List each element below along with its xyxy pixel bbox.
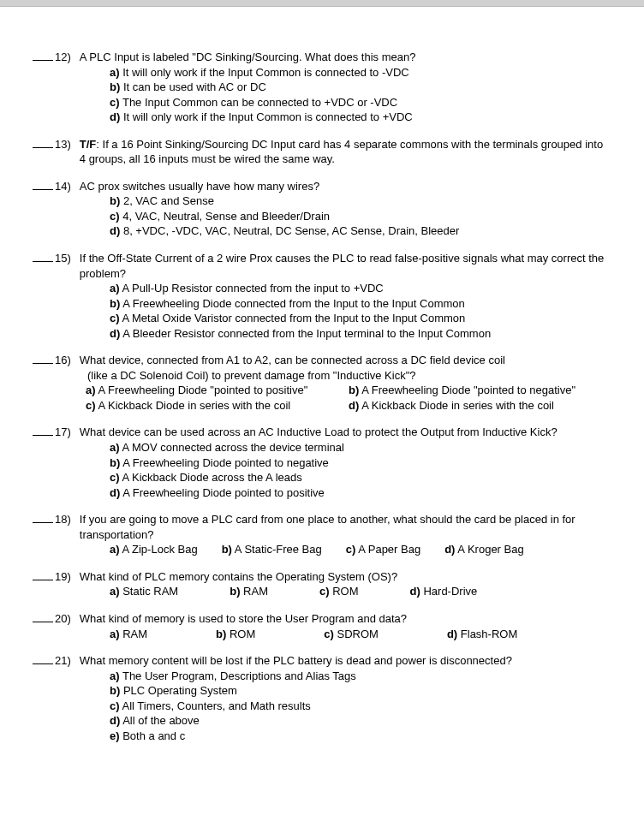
question-text-cont: (like a DC Solenoid Coil) to prevent dam… (33, 368, 611, 384)
option-c: c) A Paper Bag (346, 542, 420, 557)
question-stem: 16) What device, connected from A1 to A2… (33, 353, 611, 368)
question-text: If you are going to move a PLC card from… (80, 512, 611, 542)
question-text: AC prox switches usually have how many w… (80, 179, 611, 194)
option-d: d) 8, +VDC, -VDC, VAC, Neutral, DC Sense… (110, 223, 611, 239)
question-15: 15) If the Off-State Current of a 2 wire… (33, 251, 611, 341)
options: a) Static RAM b) RAM c) ROM d) Hard-Driv… (33, 584, 611, 599)
option-b: b) A Freewheeling Diode pointed to negat… (110, 455, 611, 471)
question-stem: 18) If you are going to move a PLC card … (33, 512, 611, 542)
answer-blank[interactable] (33, 363, 53, 364)
question-number: 18) (55, 512, 71, 527)
question-text: If the Off-State Current of a 2 wire Pro… (80, 251, 611, 281)
question-text: A PLC Input is labeled "DC Sinking/Sourc… (80, 50, 611, 65)
question-stem: 12) A PLC Input is labeled "DC Sinking/S… (33, 50, 611, 65)
question-13: 13) T/F: If a 16 Point Sinking/Sourcing … (33, 137, 611, 167)
question-stem: 21) What memory content will be lost if … (33, 653, 611, 669)
question-18: 18) If you are going to move a PLC card … (33, 512, 611, 557)
options: a) RAM b) ROM c) SDROM d) Flash-ROM (33, 627, 611, 642)
option-c: c) All Timers, Counters, and Math result… (110, 699, 611, 714)
question-number: 20) (55, 611, 71, 627)
answer-blank[interactable] (33, 60, 53, 61)
question-text: What device, connected from A1 to A2, ca… (80, 353, 611, 368)
option-c: c) A Metal Oxide Varistor connected from… (110, 311, 611, 326)
question-stem: 17) What device can be used across an AC… (33, 425, 611, 440)
option-c: c) A Kickback Diode across the A leads (110, 470, 611, 485)
option-b: b) RAM (230, 584, 268, 599)
question-17: 17) What device can be used across an AC… (33, 425, 611, 500)
answer-blank[interactable] (33, 189, 53, 190)
options: b) 2, VAC and Sense c) 4, VAC, Neutral, … (33, 193, 611, 239)
question-stem: 13) T/F: If a 16 Point Sinking/Sourcing … (33, 137, 611, 167)
question-number: 13) (55, 137, 71, 152)
option-b: b) A Freewheeling Diode "pointed to nega… (349, 383, 611, 398)
option-c: c) The Input Common can be connected to … (110, 95, 611, 110)
option-d: d) It will only work if the Input Common… (110, 110, 611, 125)
document-page: 12) A PLC Input is labeled "DC Sinking/S… (0, 7, 644, 789)
question-number: 19) (55, 569, 71, 585)
answer-blank[interactable] (33, 522, 53, 523)
options: a) A Pull-Up Resistor connected from the… (33, 281, 611, 341)
option-a: a) RAM (110, 627, 147, 642)
question-19: 19) What kind of PLC memory contains the… (33, 569, 611, 599)
options: a) A Freewheeling Diode "pointed to posi… (33, 383, 611, 413)
option-c: c) SDROM (324, 627, 379, 642)
option-d: d) Flash-ROM (447, 627, 517, 642)
question-stem: 20) What kind of memory is used to store… (33, 611, 611, 627)
option-a: a) It will only work if the Input Common… (110, 65, 611, 80)
options: a) The User Program, Descriptions and Al… (33, 669, 611, 744)
option-e: e) Both a and c (110, 729, 611, 744)
question-14: 14) AC prox switches usually have how ma… (33, 179, 611, 239)
question-text: What kind of memory is used to store the… (80, 611, 611, 627)
question-text: What memory content will be lost if the … (80, 653, 611, 669)
option-a: a) A Pull-Up Resistor connected from the… (110, 281, 611, 296)
question-stem: 15) If the Off-State Current of a 2 wire… (33, 251, 611, 281)
answer-blank[interactable] (33, 622, 53, 622)
option-d: d) A Freewheeling Diode pointed to posit… (110, 485, 611, 501)
option-b: b) ROM (216, 627, 255, 642)
question-text: What kind of PLC memory contains the Ope… (80, 569, 611, 585)
option-a: a) The User Program, Descriptions and Al… (110, 669, 611, 684)
options: a) A MOV connected across the device ter… (33, 440, 611, 500)
option-b: b) 2, VAC and Sense (110, 193, 611, 209)
option-a: a) A Zip-Lock Bag (110, 542, 198, 557)
question-number: 15) (55, 251, 71, 266)
question-number: 16) (55, 353, 71, 368)
answer-blank[interactable] (33, 580, 53, 580)
question-stem: 14) AC prox switches usually have how ma… (33, 179, 611, 194)
option-d: d) All of the above (110, 713, 611, 729)
question-stem: 19) What kind of PLC memory contains the… (33, 569, 611, 585)
question-number: 21) (55, 653, 71, 669)
option-c: c) ROM (319, 584, 359, 599)
question-21: 21) What memory content will be lost if … (33, 653, 611, 743)
options: a) It will only work if the Input Common… (33, 65, 611, 125)
question-number: 14) (55, 179, 71, 194)
option-a: a) A MOV connected across the device ter… (110, 440, 611, 455)
question-text: What device can be used across an AC Ind… (80, 425, 611, 440)
question-text: T/F: If a 16 Point Sinking/Sourcing DC I… (80, 137, 611, 167)
question-16: 16) What device, connected from A1 to A2… (33, 353, 611, 413)
option-a: a) A Freewheeling Diode "pointed to posi… (86, 383, 349, 398)
option-c: c) 4, VAC, Neutral, Sense and Bleeder/Dr… (110, 209, 611, 224)
answer-blank[interactable] (33, 663, 53, 664)
option-c: c) A Kickback Diode in series with the c… (86, 398, 349, 414)
answer-blank[interactable] (33, 261, 53, 262)
option-d: d) A Bleeder Resistor connected from the… (110, 326, 611, 342)
option-b: b) A Freewheeling Diode connected from t… (110, 296, 611, 312)
option-d: d) A Kickback Diode in series with the c… (349, 398, 611, 414)
option-b: b) PLC Operating System (110, 683, 611, 699)
option-a: a) Static RAM (110, 584, 178, 599)
window-topbar (0, 0, 644, 7)
question-number: 12) (55, 50, 71, 65)
option-b: b) It can be used with AC or DC (110, 80, 611, 95)
option-d: d) A Kroger Bag (444, 542, 524, 557)
question-12: 12) A PLC Input is labeled "DC Sinking/S… (33, 50, 611, 125)
answer-blank[interactable] (33, 435, 53, 436)
question-number: 17) (55, 425, 71, 440)
options: a) A Zip-Lock Bag b) A Static-Free Bag c… (33, 542, 611, 557)
option-d: d) Hard-Drive (410, 584, 478, 599)
option-b: b) A Static-Free Bag (222, 542, 322, 557)
answer-blank[interactable] (33, 147, 53, 148)
question-20: 20) What kind of memory is used to store… (33, 611, 611, 641)
